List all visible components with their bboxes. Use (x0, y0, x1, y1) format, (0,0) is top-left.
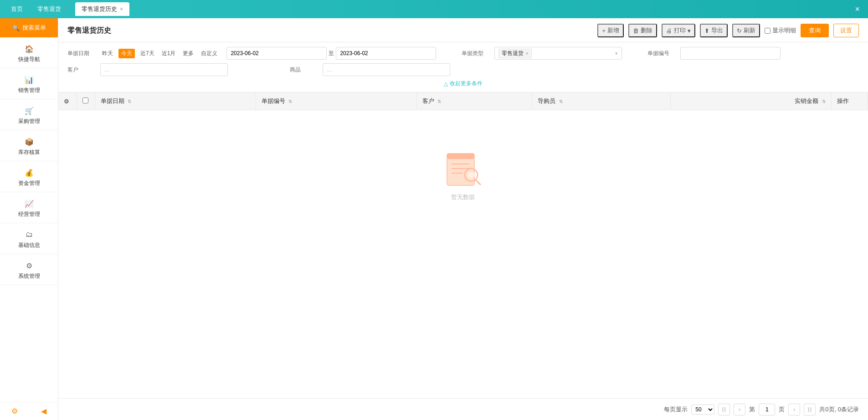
system-icon: ⚙ (24, 261, 34, 271)
date-opt-more[interactable]: 更多 (181, 49, 195, 58)
sidebar-item-system-label: 系统管理 (18, 272, 40, 280)
operations-icon: 📈 (24, 199, 34, 209)
search-icon: 🔍 (12, 25, 20, 31)
tab-retail-return-close[interactable]: × (64, 6, 67, 12)
date-opt-custom[interactable]: 自定义 (199, 49, 219, 58)
print-chevron-icon: ▾ (688, 27, 691, 34)
sidebar-search[interactable]: 🔍 搜索菜单 (0, 18, 58, 37)
date-opt-1month[interactable]: 近1月 (160, 49, 178, 58)
show-detail-input[interactable] (765, 28, 770, 34)
new-icon: + (602, 27, 606, 34)
total-records: 共0页, 0条记录 (819, 405, 859, 414)
per-page-label: 每页显示 (664, 405, 688, 414)
th-customer[interactable]: 客户 ⇅ (416, 92, 532, 110)
customer-filter-input[interactable]: ... (100, 63, 228, 76)
type-tag-label: 零售退货 (502, 50, 524, 57)
th-number[interactable]: 单据编号 ⇅ (256, 92, 416, 110)
export-button[interactable]: ⬆ 导出 (700, 24, 728, 37)
date-opt-7days[interactable]: 近7天 (139, 49, 156, 58)
sidebar-item-quick-nav[interactable]: 🏠 快捷导航 (0, 37, 58, 68)
print-button[interactable]: 🖨 打印 ▾ (662, 24, 695, 37)
prev-page-button[interactable]: ‹ (734, 404, 745, 415)
collapse-button[interactable]: △ 收起更多条件 (444, 80, 483, 87)
type-tag-close[interactable]: × (525, 51, 528, 56)
sidebar-item-purchase[interactable]: 🛒 采购管理 (0, 99, 58, 130)
main-layout: 🔍 搜索菜单 🏠 快捷导航 📊 销售管理 🛒 采购管理 📦 库存核算 💰 资金管… (0, 18, 868, 420)
tab-retail-return-label: 零售退货 (37, 5, 61, 13)
th-actions: 操作 (832, 92, 868, 110)
top-bar: 首页 零售退货 × 零售退货历史 × × (0, 0, 868, 18)
settings-button[interactable]: 设置 (833, 24, 859, 37)
home-tab[interactable]: 首页 (5, 2, 29, 16)
new-button[interactable]: + 新增 (597, 24, 624, 37)
svg-point-7 (467, 171, 475, 179)
data-table: ⚙ 单据日期 ⇅ 单据编号 ⇅ (58, 92, 868, 238)
sidebar-item-operations-label: 经营管理 (18, 210, 40, 218)
page-title: 零售退货历史 (67, 26, 111, 36)
show-detail-checkbox[interactable]: 显示明细 (765, 26, 796, 35)
page-number-input[interactable] (759, 404, 775, 415)
page-title-row: 零售退货历史 + 新增 🗑 删除 🖨 打印 ▾ (67, 24, 859, 37)
th-actions-label: 操作 (837, 97, 849, 104)
th-guide[interactable]: 导购员 ⇅ (532, 92, 670, 110)
sidebar-item-purchase-label: 采购管理 (18, 118, 40, 125)
th-date-sort-icon: ⇅ (128, 99, 131, 104)
window-close-button[interactable]: × (851, 5, 863, 14)
settings-bottom-icon[interactable]: ⚙ (11, 407, 18, 415)
filter-row-1: 单据日期 昨天 今天 近7天 近1月 更多 自定义 至 单据类型 (67, 47, 859, 60)
collapse-sidebar-icon[interactable]: ◀ (41, 407, 46, 415)
number-filter-input[interactable] (680, 47, 781, 60)
date-opt-yesterday[interactable]: 昨天 (100, 49, 115, 58)
date-start-input[interactable] (226, 47, 327, 60)
toolbar: + 新增 🗑 删除 🖨 打印 ▾ ⬆ 导出 (597, 24, 859, 37)
th-settings[interactable]: ⚙ (58, 92, 77, 110)
customer-filter-label: 客户 (67, 66, 93, 74)
sidebar-item-basic-info-label: 基础信息 (18, 241, 40, 249)
date-separator: 至 (329, 50, 334, 57)
page-unit: 页 (779, 405, 785, 414)
sidebar-bottom: ⚙ ◀ (0, 402, 58, 420)
tab-retail-return-history[interactable]: 零售退货历史 × (75, 2, 129, 16)
collapse-icon: △ (444, 81, 448, 87)
sidebar-item-sales[interactable]: 📊 销售管理 (0, 68, 58, 99)
sidebar-item-finance[interactable]: 💰 资金管理 (0, 161, 58, 192)
last-page-button[interactable]: ⟩⟩ (804, 404, 816, 415)
sidebar-item-system[interactable]: ⚙ 系统管理 (0, 254, 58, 285)
sidebar-item-operations[interactable]: 📈 经营管理 (0, 192, 58, 223)
refresh-button[interactable]: ↻ 刷新 (732, 24, 760, 37)
th-date-label: 单据日期 (101, 97, 124, 104)
goods-filter-input[interactable]: ... (323, 63, 450, 76)
filter-area: 单据日期 昨天 今天 近7天 近1月 更多 自定义 至 单据类型 (58, 42, 868, 92)
date-end-input[interactable] (336, 47, 436, 60)
th-guide-label: 导购员 (538, 97, 555, 104)
th-amount[interactable]: 实销金额 ⇅ (670, 92, 831, 110)
sidebar-item-finance-label: 资金管理 (18, 179, 40, 187)
pagination-bar: 每页显示 50 20 100 ⟨⟨ ‹ 第 页 › ⟩⟩ 共0页, 0条记录 (58, 398, 868, 420)
svg-rect-1 (447, 154, 474, 159)
sidebar-item-basic-info[interactable]: 🗂 基础信息 (0, 223, 58, 254)
export-icon: ⬆ (704, 27, 709, 34)
type-filter-input[interactable]: 零售退货 × ▾ (494, 47, 622, 60)
svg-line-6 (476, 180, 480, 184)
page-label: 第 (749, 405, 755, 414)
type-filter-tag: 零售退货 × (498, 49, 531, 58)
date-opt-today[interactable]: 今天 (118, 49, 135, 58)
print-label: 打印 (674, 26, 686, 35)
home-tab-label: 首页 (11, 5, 23, 13)
th-checkbox[interactable] (77, 92, 95, 110)
tab-retail-return[interactable]: 零售退货 × (31, 2, 73, 16)
delete-icon: 🗑 (633, 27, 639, 34)
tab-retail-return-history-label: 零售退货历史 (82, 5, 117, 13)
tab-retail-return-history-close[interactable]: × (120, 6, 123, 12)
th-date[interactable]: 单据日期 ⇅ (95, 92, 256, 110)
first-page-button[interactable]: ⟨⟨ (718, 404, 730, 415)
per-page-select[interactable]: 50 20 100 (691, 405, 714, 415)
delete-button[interactable]: 🗑 删除 (628, 24, 657, 37)
sidebar-search-label: 搜索菜单 (22, 24, 46, 32)
query-button[interactable]: 查询 (801, 24, 829, 37)
sidebar: 🔍 搜索菜单 🏠 快捷导航 📊 销售管理 🛒 采购管理 📦 库存核算 💰 资金管… (0, 18, 58, 420)
next-page-button[interactable]: › (788, 404, 800, 415)
sidebar-item-inventory[interactable]: 📦 库存核算 (0, 130, 58, 161)
purchase-icon: 🛒 (24, 106, 34, 116)
select-all-checkbox[interactable] (82, 97, 88, 103)
